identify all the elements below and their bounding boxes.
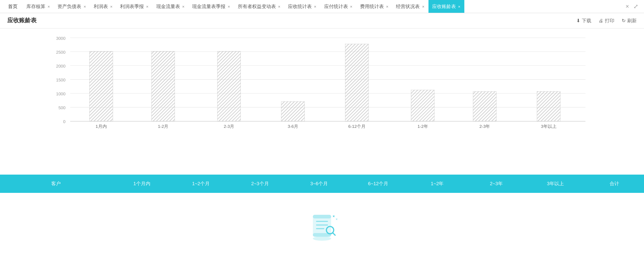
- svg-point-32: [313, 236, 331, 241]
- close-tab-inventory[interactable]: ×: [48, 4, 50, 9]
- close-tab-profit[interactable]: ×: [110, 4, 112, 9]
- close-tab-ar-stat[interactable]: ×: [314, 4, 316, 9]
- svg-rect-22: [537, 91, 561, 121]
- close-tab-operation[interactable]: ×: [422, 4, 424, 9]
- window-close-button[interactable]: ×: [626, 3, 629, 10]
- print-button[interactable]: 🖨 打印: [599, 18, 614, 24]
- col-2-3y: 2~3年: [467, 180, 526, 187]
- svg-text:2-3年: 2-3年: [479, 124, 490, 129]
- svg-text:2500: 2500: [56, 50, 65, 54]
- svg-rect-34: [313, 215, 331, 218]
- tab-bar: 首页 库存核算 × 资产负债表 × 利润表 × 利润表季报 × 现金流量表 × …: [0, 0, 644, 13]
- close-tab-expense[interactable]: ×: [386, 4, 388, 9]
- close-tab-cashflow-q[interactable]: ×: [228, 4, 230, 9]
- svg-rect-17: [217, 51, 241, 121]
- col-6-12m: 6~12个月: [349, 180, 408, 187]
- svg-text:2000: 2000: [56, 64, 65, 68]
- tab-balance[interactable]: 资产负债表 ×: [54, 0, 90, 13]
- tab-operation[interactable]: 经营状况表 ×: [392, 0, 428, 13]
- tab-cashflow[interactable]: 现金流量表 ×: [153, 0, 188, 13]
- window-maximize-button[interactable]: ⤢: [633, 3, 638, 10]
- col-1m: 1个月内: [112, 180, 171, 187]
- download-button[interactable]: ⬇ 下载: [576, 18, 591, 24]
- chart-area: 3000 2500 2000 1500 1000 500 0: [0, 28, 644, 175]
- svg-rect-19: [345, 44, 369, 121]
- svg-line-40: [333, 233, 335, 235]
- svg-text:3000: 3000: [56, 36, 65, 41]
- col-1-2m: 1~2个月: [171, 180, 230, 187]
- svg-rect-18: [281, 102, 305, 121]
- bar-chart: 3000 2500 2000 1500 1000 500 0: [11, 36, 633, 167]
- svg-text:1500: 1500: [56, 77, 65, 82]
- close-tab-balance[interactable]: ×: [83, 4, 86, 9]
- tab-profit-q[interactable]: 利润表季报 ×: [116, 0, 152, 13]
- svg-rect-16: [151, 51, 175, 121]
- empty-icon: [304, 207, 340, 244]
- svg-rect-21: [473, 91, 497, 121]
- svg-text:6-12个月: 6-12个月: [348, 124, 366, 129]
- tab-equity[interactable]: 所有者权益变动表 ×: [234, 0, 284, 13]
- download-icon: ⬇: [576, 18, 580, 23]
- tab-ar-aging[interactable]: 应收账龄表 ×: [428, 0, 464, 13]
- svg-text:3-6月: 3-6月: [288, 124, 298, 129]
- svg-text:1-2月: 1-2月: [158, 124, 168, 129]
- tab-ap-stat[interactable]: 应付统计表 ×: [321, 0, 356, 13]
- col-1-2y: 1~2年: [408, 180, 467, 187]
- col-total: 合计: [585, 180, 644, 187]
- svg-rect-15: [90, 51, 113, 121]
- tab-cashflow-q[interactable]: 现金流量表季报 ×: [188, 0, 234, 13]
- close-tab-ap-stat[interactable]: ×: [350, 4, 352, 9]
- print-icon: 🖨: [599, 18, 603, 23]
- close-tab-ar-aging[interactable]: ×: [458, 4, 460, 9]
- empty-state: [0, 193, 644, 263]
- tab-home[interactable]: 首页: [3, 3, 23, 10]
- svg-text:1-2年: 1-2年: [418, 124, 428, 129]
- window-controls: × ⤢: [626, 3, 641, 10]
- page-header: 应收账龄表 ⬇ 下载 🖨 打印 ↻ 刷新: [0, 13, 644, 28]
- tab-expense[interactable]: 费用统计表 ×: [356, 0, 392, 13]
- close-tab-equity[interactable]: ×: [278, 4, 280, 9]
- svg-text:3年以上: 3年以上: [541, 124, 556, 129]
- svg-text:1000: 1000: [56, 91, 65, 96]
- tab-profit[interactable]: 利润表 ×: [90, 0, 116, 13]
- svg-text:1月内: 1月内: [96, 124, 106, 129]
- refresh-button[interactable]: ↻ 刷新: [622, 18, 637, 24]
- svg-text:2-3月: 2-3月: [224, 124, 234, 129]
- main-content: 3000 2500 2000 1500 1000 500 0: [0, 28, 644, 263]
- tab-ar-stat[interactable]: 应收统计表 ×: [284, 0, 320, 13]
- close-tab-profit-q[interactable]: ×: [146, 4, 148, 9]
- col-3y-plus: 3年以上: [526, 180, 585, 187]
- svg-text:0: 0: [63, 119, 66, 124]
- refresh-icon: ↻: [622, 18, 626, 23]
- tab-inventory[interactable]: 库存核算 ×: [23, 0, 54, 13]
- close-tab-cashflow[interactable]: ×: [182, 4, 184, 9]
- header-actions: ⬇ 下载 🖨 打印 ↻ 刷新: [576, 18, 637, 24]
- col-3-6m: 3~6个月: [289, 180, 348, 187]
- page-title: 应收账龄表: [7, 17, 37, 24]
- svg-rect-20: [411, 90, 435, 121]
- svg-text:500: 500: [59, 105, 66, 110]
- col-customer: 客户: [0, 180, 112, 187]
- col-2-3m: 2~3个月: [231, 180, 289, 187]
- table-header: 客户 1个月内 1~2个月 2~3个月 3~6个月 6~12个月 1~2年 2~…: [0, 175, 644, 193]
